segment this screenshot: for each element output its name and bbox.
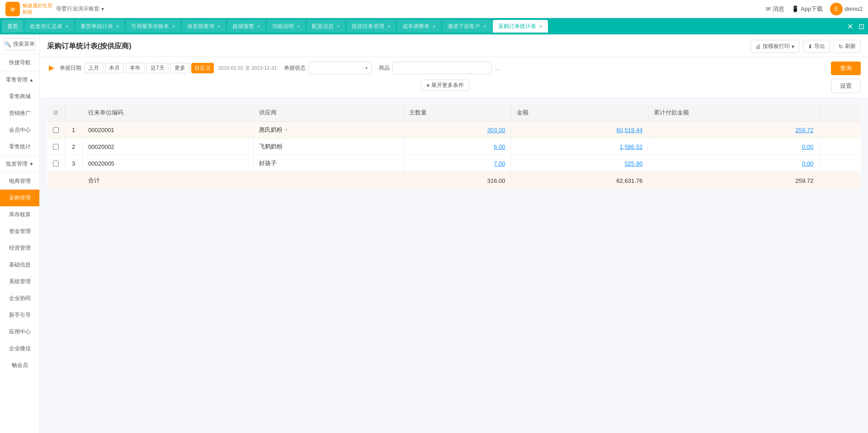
query-button[interactable]: 查询 [831, 62, 861, 75]
export-button[interactable]: ⬇ 导出 [803, 40, 830, 53]
tab-2[interactable]: 要货单统计表 ✕ [75, 20, 125, 33]
sidebar-item-retail-shop[interactable]: 零售商城 [0, 88, 39, 105]
row-checkbox-cell [47, 155, 65, 172]
row-checkbox[interactable] [53, 127, 59, 133]
sidebar-item-finance[interactable]: 资金管理 [0, 223, 39, 240]
sidebar-item-basic-info[interactable]: 基础信息 [0, 257, 39, 273]
date-filter-label: 单据日期 [60, 64, 81, 72]
tab-close-icon[interactable]: ✕ [336, 24, 340, 29]
status-select[interactable] [308, 62, 372, 74]
breadcrumb[interactable]: 母婴行业演示账套 ▾ [56, 5, 104, 13]
sidebar-item-enterprise[interactable]: 企业协同 [0, 290, 39, 307]
tab-close-icon[interactable]: ✕ [483, 24, 486, 29]
expand-row-icon[interactable]: ▼ [284, 128, 288, 133]
tab-1[interactable]: 收发存汇总表 ✕ [24, 20, 74, 33]
sidebar-item-system[interactable]: 系统管理 [0, 273, 39, 290]
amount-link[interactable]: 1,586.52 [620, 143, 643, 150]
amount-link[interactable]: 60,519.44 [617, 127, 643, 133]
sidebar-item-operations[interactable]: 经营管理 [0, 240, 39, 257]
filter-toggle-arrow[interactable]: ▶ [47, 63, 56, 72]
this-month-btn[interactable]: 本月 [105, 63, 124, 73]
sidebar-item-inventory[interactable]: 库存核算 [0, 206, 39, 223]
print-button[interactable]: 🖨 按模板打印 ▾ [750, 40, 799, 53]
qty-link[interactable]: 6.00 [494, 143, 505, 150]
more-dates-btn[interactable]: 更多 [170, 63, 189, 73]
sidebar-item-quick-nav[interactable]: 快捷导航 [0, 54, 39, 71]
custom-date-tag[interactable]: 自定义 [191, 63, 214, 73]
page-title: 采购订单统计表(按供应商) [47, 42, 132, 51]
row-qty: 303.00 [403, 122, 511, 138]
user-menu[interactable]: E demo2 [830, 3, 863, 15]
row-checkbox[interactable] [53, 144, 59, 150]
row-extra [819, 155, 861, 172]
printer-icon: 🖨 [755, 43, 761, 50]
filter-area: ▶ 单据日期 上月 本月 本年 近7天 更多 自定义 [40, 57, 868, 98]
row-checkbox[interactable] [53, 161, 59, 167]
search-menu-button[interactable]: 🔍 搜索菜单 [4, 38, 36, 50]
amount-link[interactable]: 525.80 [625, 160, 643, 167]
sidebar-item-member[interactable]: 会员中心 [0, 122, 39, 138]
last-month-btn[interactable]: 上月 [84, 63, 103, 73]
tab-close-icon[interactable]: ✕ [257, 24, 260, 29]
sidebar-item-enterprise-wechat[interactable]: 企业微信 [0, 340, 39, 357]
tab-close-icon[interactable]: ✕ [387, 24, 391, 29]
tab-7[interactable]: 配置信息 ✕ [307, 20, 345, 33]
tab-close-icon[interactable]: ✕ [116, 24, 119, 29]
goods-more-icon[interactable]: ... [495, 64, 500, 71]
sidebar-item-retail[interactable]: 零售管理 ▲ [0, 71, 39, 88]
sidebar-item-wholesale[interactable]: 批发管理 ▼ [0, 156, 39, 172]
refresh-button[interactable]: ↻ 刷新 [834, 40, 861, 53]
export-icon: ⬇ [808, 43, 812, 50]
tab-close-icon[interactable]: ✕ [432, 24, 436, 29]
table-row: 1 00020001 惠氏奶粉 ▼ 303.00 60,519.44 259.7… [47, 122, 861, 138]
filter-expand-row: ▾ 展开更多条件 [60, 80, 831, 91]
goods-search-input[interactable] [392, 62, 492, 74]
paid-link[interactable]: 259.72 [795, 127, 813, 133]
gear-settings-icon[interactable]: ⚙ [53, 109, 59, 116]
tab-close-icon[interactable]: ✕ [297, 24, 300, 29]
last-7-days-btn[interactable]: 近7天 [146, 63, 169, 73]
tab-8[interactable]: 拣货任务管理 ✕ [346, 20, 396, 33]
tab-9[interactable]: 成本调整单 ✕ [397, 20, 441, 33]
app-download-btn[interactable]: 📱 App下载 [792, 5, 823, 13]
paid-link[interactable]: 0.00 [802, 160, 813, 167]
content-area: 采购订单统计表(按供应商) 🖨 按模板打印 ▾ ⬇ 导出 ↻ 刷新 [40, 34, 868, 433]
logo-icon: 好 [5, 2, 20, 16]
phone-icon: 📱 [792, 5, 799, 12]
tab-close-icon[interactable]: ✕ [539, 24, 542, 29]
tab-5[interactable]: 超储预警 ✕ [227, 20, 266, 33]
row-supplier: 飞鹤奶粉 [253, 138, 403, 155]
sidebar-item-marketing[interactable]: 营销推广 [0, 105, 39, 122]
sidebar-item-retail-stats[interactable]: 零售统计 [0, 138, 39, 155]
sidebar-item-vip[interactable]: 畅会员 [0, 357, 39, 374]
qty-link[interactable]: 303.00 [487, 127, 505, 133]
expand-filter-button[interactable]: ▾ 展开更多条件 [421, 80, 470, 91]
row-supplier: 好孩子 [253, 155, 403, 172]
tab-11[interactable]: 采购订单统计表 ✕ [493, 20, 548, 33]
sidebar-item-purchase[interactable]: 采购管理 [0, 190, 39, 206]
main-layout: 🔍 搜索菜单 快捷导航 零售管理 ▲ 零售商城 营销推广 会员中心 [0, 34, 868, 433]
tab-3[interactable]: 可用量库存账本 ✕ [126, 20, 181, 33]
row-supplier: 惠氏奶粉 ▼ [253, 122, 403, 138]
message-btn[interactable]: ✉ 消息 [766, 5, 784, 13]
sidebar-item-ecommerce[interactable]: 电商管理 [0, 173, 39, 190]
page-header: 采购订单统计表(按供应商) 🖨 按模板打印 ▾ ⬇ 导出 ↻ 刷新 [40, 34, 868, 57]
sidebar-item-guide[interactable]: 新手引导 [0, 307, 39, 324]
close-window-icon[interactable]: ✕ [845, 21, 855, 32]
this-year-btn[interactable]: 本年 [126, 63, 145, 73]
top-bar-right: ✉ 消息 📱 App下载 E demo2 [766, 3, 863, 15]
tab-10[interactable]: 邀请下游客户 ✕ [442, 20, 492, 33]
paid-link[interactable]: 0.00 [802, 143, 813, 150]
settings-button[interactable]: 设置 [831, 79, 861, 93]
footer-qty: 316.00 [403, 172, 511, 190]
tab-4[interactable]: 保质期查询 ✕ [182, 20, 226, 33]
maximize-window-icon[interactable]: ⊡ [857, 21, 866, 32]
qty-link[interactable]: 7.00 [494, 160, 505, 167]
tab-close-icon[interactable]: ✕ [172, 24, 175, 29]
tab-home[interactable]: 首页 [2, 20, 24, 33]
tab-close-icon[interactable]: ✕ [65, 24, 69, 29]
top-bar-left: 好 畅捷通好生意 标版 母婴行业演示账套 ▾ [5, 2, 104, 16]
sidebar-item-app-center[interactable]: 应用中心 [0, 324, 39, 340]
tab-close-icon[interactable]: ✕ [217, 24, 221, 29]
tab-6[interactable]: 功能说明 ✕ [267, 20, 306, 33]
